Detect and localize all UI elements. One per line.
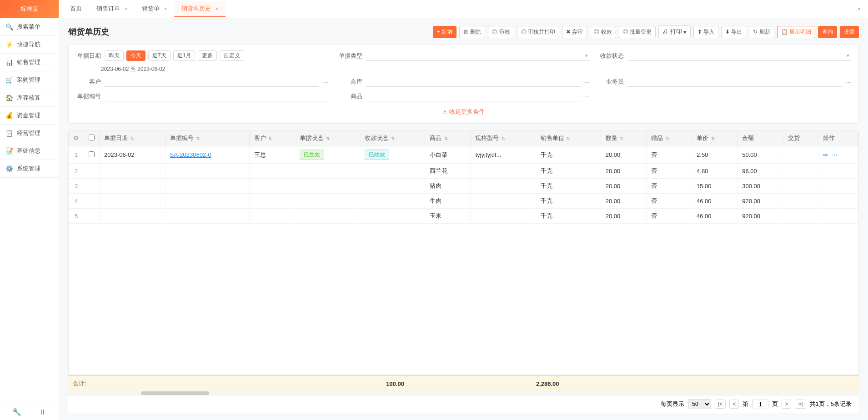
warehouse-input[interactable] (366, 77, 581, 87)
date-sort-icon[interactable]: ⇅ (130, 136, 134, 141)
gift-sort-icon[interactable]: ⇅ (666, 136, 669, 141)
new-button[interactable]: + 新增 (433, 26, 457, 38)
customer-dots-btn[interactable]: ··· (323, 78, 328, 85)
export-button[interactable]: ⬇ 导出 (721, 26, 746, 38)
warehouse-filter-label: 合库 (337, 78, 362, 86)
row-action-cell (818, 194, 858, 209)
query-button[interactable]: 查询 (818, 26, 837, 38)
sidebar-item-search-menu[interactable]: 🔍 搜索菜单 (0, 18, 59, 36)
date-today-btn[interactable]: 今天 (126, 50, 146, 61)
doc-number-sort-icon[interactable]: ⇅ (196, 136, 200, 141)
abandon-button[interactable]: ✖ 弃审 (562, 26, 587, 38)
sidebar-bottom: 🔧 ⏸ (0, 404, 59, 420)
sidebar-item-quick-nav[interactable]: ⚡ 快捷导航 (0, 36, 59, 54)
tab-sales-invoice-close[interactable]: × (164, 6, 167, 11)
last-page-btn[interactable]: >| (795, 400, 806, 409)
sidebar-settings-btn[interactable]: 🔧 (12, 408, 21, 416)
unit-sort-icon[interactable]: ⇅ (567, 136, 570, 141)
tab-sales-invoice-history[interactable]: 销货单历史 × (174, 1, 226, 17)
sidebar-item-inventory[interactable]: 🏠 库存核算 (0, 89, 59, 107)
product-input[interactable] (366, 91, 581, 101)
more-icon[interactable]: ⋯ (831, 151, 838, 159)
row-trade-cell (783, 209, 818, 224)
tab-sales-invoice-history-close[interactable]: × (216, 6, 218, 11)
batch-change-button[interactable]: ◎ 批量变更 (619, 26, 656, 38)
tab-sales-order[interactable]: 销售订单 × (89, 1, 135, 17)
row-checkbox-cell (84, 164, 100, 179)
collect-button[interactable]: ◎ 收款 (590, 26, 616, 38)
row-product-cell: 牛肉 (425, 194, 471, 209)
horizontal-scrollbar[interactable] (68, 391, 859, 395)
import-button[interactable]: ⬆ 导入 (693, 26, 718, 38)
doc-type-select[interactable] (366, 51, 590, 61)
doc-status-sort-icon[interactable]: ⇅ (326, 136, 330, 141)
sidebar-item-ops-mgmt[interactable]: 📋 经营管理 (0, 125, 59, 142)
pay-status-select[interactable] (627, 51, 851, 61)
customer-sort-icon[interactable]: ⇅ (268, 136, 272, 141)
salesperson-input[interactable] (627, 77, 842, 87)
qty-sort-icon[interactable]: ⇅ (620, 136, 623, 141)
date-yesterday-btn[interactable]: 昨天 (105, 50, 124, 61)
delete-button[interactable]: 🗑 删除 (459, 26, 485, 38)
doc-type-label: 单据类型 (337, 52, 362, 60)
sidebar-pause-btn[interactable]: ⏸ (39, 408, 46, 416)
amount-header: 金额 (738, 130, 783, 146)
show-detail-button[interactable]: 📋 显示明细 (777, 26, 815, 38)
product-filter-label: 商品 (337, 92, 362, 100)
date-7days-btn[interactable]: 近7天 (148, 50, 171, 61)
date-more-btn[interactable]: 更多 (198, 50, 217, 61)
next-page-btn[interactable]: > (782, 400, 791, 409)
row-qty-cell: 20.00 (601, 194, 646, 209)
sidebar-item-label-finance: 资金管理 (17, 111, 40, 120)
date-custom-btn[interactable]: 自定义 (220, 50, 244, 61)
refresh-button[interactable]: ↻ 刷新 (749, 26, 774, 38)
row-qty-cell: 20.00 (601, 164, 646, 179)
close-all-tabs-btn[interactable]: × (854, 4, 864, 14)
row-qty-cell: 20.00 (601, 146, 646, 164)
first-page-btn[interactable]: |< (715, 400, 726, 409)
sidebar-item-finance[interactable]: 💰 资金管理 (0, 107, 59, 125)
sidebar-item-sys-mgmt[interactable]: ⚙️ 系统管理 (0, 160, 59, 178)
doc-number-input[interactable] (105, 91, 328, 101)
warehouse-dots-btn[interactable]: ··· (584, 78, 590, 85)
doc-number-link[interactable]: SA-20230602-0 (170, 151, 211, 158)
table-settings-icon[interactable]: ⚙ (73, 135, 79, 142)
sidebar-item-purchase-mgmt[interactable]: 🛒 采购管理 (0, 71, 59, 89)
date-1month-btn[interactable]: 近1月 (173, 50, 196, 61)
salesperson-dots-btn[interactable]: ··· (846, 78, 851, 85)
pay-status-sort-icon[interactable]: ⇅ (391, 136, 395, 141)
tab-home[interactable]: 首页 (63, 1, 89, 17)
row-action-cell (818, 179, 858, 194)
tab-sales-invoice[interactable]: 销货单 × (135, 1, 174, 17)
select-all-checkbox[interactable] (89, 135, 95, 140)
page-size-select[interactable]: 10 20 50 100 (688, 399, 711, 409)
row-checkbox[interactable] (89, 151, 95, 157)
collapse-filter-btn[interactable]: ∧ 收起更多条件 (76, 106, 851, 118)
filter-doc-number: 单据编号 (76, 91, 328, 101)
product-dots-btn[interactable]: ··· (584, 93, 590, 100)
date-header: 单据日期 ⇅ (100, 130, 166, 146)
row-date-cell (100, 179, 166, 194)
filter-row-2: 客户 ··· 合库 ··· 业务员 ··· (76, 77, 851, 87)
tab-sales-invoice-history-label: 销货单历史 (181, 5, 211, 12)
footer-label: 合计: (73, 380, 86, 388)
print-button[interactable]: 🖨 打印 ▾ (658, 25, 691, 38)
row-date-cell (100, 194, 166, 209)
edit-icon[interactable]: ✏ (823, 151, 828, 159)
gift-header: 赠品 ⇅ (646, 130, 692, 146)
sidebar-item-basic-info[interactable]: 📝 基础信息 (0, 142, 59, 160)
spec-sort-icon[interactable]: ⇅ (502, 136, 505, 141)
sidebar-item-label-basic-info: 基础信息 (17, 147, 40, 155)
review-button[interactable]: ◎ 审核 (488, 26, 514, 38)
sidebar-item-sales-mgmt[interactable]: 📊 销售管理 (0, 54, 59, 71)
row-date-cell (100, 164, 166, 179)
prev-page-btn[interactable]: < (729, 400, 739, 409)
tab-sales-order-close[interactable]: × (125, 6, 127, 11)
price-sort-icon[interactable]: ⇅ (711, 136, 715, 141)
row-customer-cell (249, 164, 295, 179)
product-sort-icon[interactable]: ⇅ (444, 136, 448, 141)
page-number-input[interactable] (752, 400, 768, 409)
review-print-button[interactable]: ◎ 审核并打印 (517, 26, 559, 38)
settings-button[interactable]: 设置 (840, 26, 859, 38)
customer-input[interactable] (105, 77, 319, 87)
